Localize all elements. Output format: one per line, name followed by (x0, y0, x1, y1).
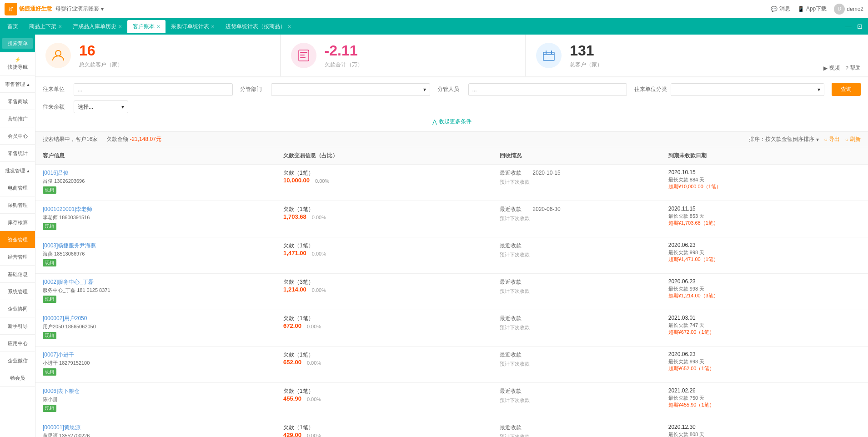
sidebar-item-member[interactable]: 畅会员 (0, 369, 35, 387)
supplier-input[interactable]: ... (74, 83, 233, 96)
app-download-btn[interactable]: 📱 App下载 (798, 5, 827, 13)
sidebar-item-app-center[interactable]: 应用中心 (0, 335, 35, 352)
tab-purchase-stats[interactable]: 进货单统计表（按商品） ✕ (220, 20, 296, 33)
help-btn[interactable]: ? 帮助 (845, 64, 861, 72)
customer-name-link[interactable]: [000002]用户2050 (43, 315, 87, 321)
tab-customer-account[interactable]: 客户账本 ✕ (127, 20, 166, 33)
close-icon[interactable]: ✕ (287, 24, 291, 29)
recovery-cell: 最近收款 2020-06-30 预计下次收款 (500, 206, 668, 222)
collapse-btn[interactable]: ⋀ 收起更多条件 (432, 118, 472, 126)
close-icon[interactable]: ✕ (156, 24, 160, 29)
close-icon[interactable]: ✕ (118, 24, 122, 29)
overdue-amount[interactable]: 超期¥10,000.00（1笔） (668, 184, 721, 189)
debt-info-cell: 欠款（1笔） 429.00 0.00% (283, 424, 500, 437)
sidebar-item-corp-wechat[interactable]: 企业微信 (0, 352, 35, 369)
customer-name-link[interactable]: [000001]黄思源 (43, 424, 80, 431)
sidebar-item-marketing[interactable]: 营销推广 (0, 110, 35, 127)
overdue-amount[interactable]: 超期¥1,703.68（1笔） (668, 220, 718, 226)
balance-label: 往来余额 (43, 103, 70, 111)
sidebar-item-retail-mall[interactable]: 零售商城 (0, 93, 35, 110)
customer-name-link[interactable]: [0007]小进干 (43, 352, 74, 358)
sidebar-item-basic-info[interactable]: 基础信息 (0, 266, 35, 283)
help-icon: ? (845, 65, 848, 71)
recovery-cell: 最近收款 预计下次收款 (500, 242, 668, 258)
svg-point-0 (55, 50, 61, 56)
sidebar-item-ops-mgmt[interactable]: 经营管理 (0, 248, 35, 266)
tab-product-shelf[interactable]: 商品上下架 ✕ (24, 20, 67, 33)
due-date: 2020.10.15 (668, 169, 861, 176)
refresh-btn[interactable]: ○ 刷新 (845, 136, 861, 143)
tab-production-history[interactable]: 产成品入库单历史 ✕ (67, 20, 127, 33)
due-date-cell: 2020.06.23 最长欠款 998 天 超期¥652.00（1笔） (668, 351, 861, 372)
message-btn[interactable]: 💬 消息 (771, 5, 790, 13)
stat-info-amount: -2.11 欠款合计（万） (325, 42, 363, 69)
table-row: [0006]去下粮仓 陈小册 现销 欠款（1笔） 455.90 0.00% 最近… (35, 383, 868, 419)
filter-row-2: 往来余额 选择... ▾ (43, 100, 861, 113)
tab-purchase-summary[interactable]: 采购订单统计表 ✕ (166, 20, 220, 33)
sidebar-item-retail-stats[interactable]: 零售统计 (0, 145, 35, 162)
overdue-amount[interactable]: 超期¥455.90（1笔） (668, 402, 714, 407)
overdue-amount[interactable]: 超期¥672.00（1笔） (668, 329, 714, 335)
customer-name-link[interactable]: [0001020001]李老师 (43, 206, 92, 212)
customer-tag: 现销 (43, 368, 56, 376)
sidebar-item-system-mgmt[interactable]: 系统管理 (0, 283, 35, 300)
debt-count: 欠款（1笔） (283, 169, 500, 177)
customer-name-link[interactable]: [0003]畅捷服务尹海燕 (43, 242, 96, 249)
sidebar-item-new-guide[interactable]: 新手引导 (0, 317, 35, 335)
debt-amount[interactable]: 1,471.00 (283, 250, 306, 256)
debt-amount[interactable]: 652.00 (283, 359, 301, 366)
quick-nav-label: 快捷导航 (2, 64, 33, 70)
customer-name-link[interactable]: [0016]吕俊 (43, 170, 69, 176)
debt-amount[interactable]: 429.00 (283, 432, 301, 437)
sort-selector[interactable]: 排序：按欠款金额倒序排序 ▾ (749, 136, 819, 143)
minimize-icon[interactable]: — (843, 22, 853, 31)
overdue-amount[interactable]: 超期¥652.00（1笔） (668, 366, 714, 371)
sidebar-item-ecommerce[interactable]: 电商管理 (0, 179, 35, 196)
customer-name-link[interactable]: [0006]去下粮仓 (43, 388, 80, 394)
category-select[interactable]: ▾ (671, 83, 824, 96)
maximize-icon[interactable]: ⊡ (855, 22, 864, 31)
close-icon[interactable]: ✕ (58, 24, 62, 29)
sidebar-item-corp-collab[interactable]: 企业协同 (0, 300, 35, 317)
overdue-days: 最长欠款 808 天 (668, 431, 861, 437)
export-btn[interactable]: ○ 导出 (824, 136, 840, 143)
sidebar-item-batch-mgmt[interactable]: 批发管理 ▲ (0, 162, 35, 179)
retail-stats-label: 零售统计 (2, 150, 33, 157)
sidebar-item-retail-mgmt[interactable]: 零售管理 ▲ (0, 75, 35, 93)
debt-amount[interactable]: 672.00 (283, 322, 301, 329)
company-selector[interactable]: 母婴行业演示账套 ▾ (55, 5, 104, 13)
sidebar-item-inventory[interactable]: 库存核算 (0, 214, 35, 231)
customer-phone: 服务中心_丁磊 181 0125 8371 (43, 287, 283, 294)
debt-amount[interactable]: 1,214.00 (283, 286, 306, 293)
customer-name-link[interactable]: [0002]服务中心_丁磊 (43, 279, 94, 285)
overdue-days: 最长欠款 884 天 (668, 176, 861, 183)
video-btn[interactable]: ▶ 视频 (823, 64, 840, 72)
debt-percent: 0.00% (312, 251, 326, 256)
sidebar-item-member-center[interactable]: 会员中心 (0, 127, 35, 145)
sidebar-item-finance[interactable]: 资金管理 (0, 231, 35, 248)
dept-select[interactable]: ▾ (271, 83, 430, 96)
overdue-amount[interactable]: 超期¥1,214.00（3笔） (668, 293, 718, 298)
debt-amount[interactable]: 1,703.68 (283, 213, 306, 220)
filter-area: 往来单位 ... 分管部门 ▾ 分管人员 ... (35, 77, 868, 131)
phone-icon: 📱 (798, 6, 804, 12)
customer-info-cell: [000001]黄思源 黄思源 13552700226 现销 (43, 424, 283, 437)
debt-amount[interactable]: 455.90 (283, 395, 301, 402)
query-button[interactable]: 查询 (832, 83, 861, 96)
debt-amount[interactable]: 10,000.00 (283, 177, 310, 184)
user-menu[interactable]: D demo2 (834, 4, 863, 15)
sidebar-item-purchase-mgmt[interactable]: 采购管理 (0, 196, 35, 214)
due-date-cell: 2021.03.01 最长欠款 747 天 超期¥672.00（1笔） (668, 315, 861, 336)
person-input[interactable]: ... (468, 83, 627, 96)
tab-home[interactable]: 首页 (2, 20, 24, 33)
balance-select[interactable]: 选择... ▾ (74, 100, 128, 113)
sidebar-item-quick-nav[interactable]: ⚡ 快捷导航 (0, 52, 35, 75)
due-date: 2020.11.15 (668, 206, 861, 212)
close-icon[interactable]: ✕ (211, 24, 215, 29)
search-menu-btn[interactable]: 搜索菜单 (2, 38, 33, 49)
purchase-mgmt-label: 采购管理 (2, 202, 33, 209)
due-date-cell: 2021.02.26 最长欠款 750 天 超期¥455.90（1笔） (668, 387, 861, 408)
overdue-amount[interactable]: 超期¥1,471.00（1笔） (668, 256, 718, 262)
dept-filter: 分管部门 ▾ (240, 83, 430, 96)
recovery-next: 预计下次收款 (500, 324, 668, 331)
